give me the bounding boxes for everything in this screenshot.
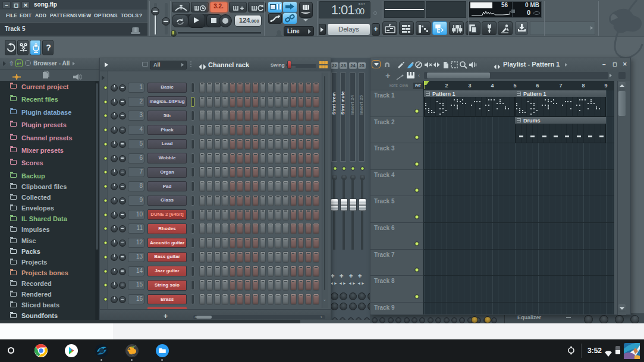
svg-text:?: ? — [46, 43, 51, 52]
